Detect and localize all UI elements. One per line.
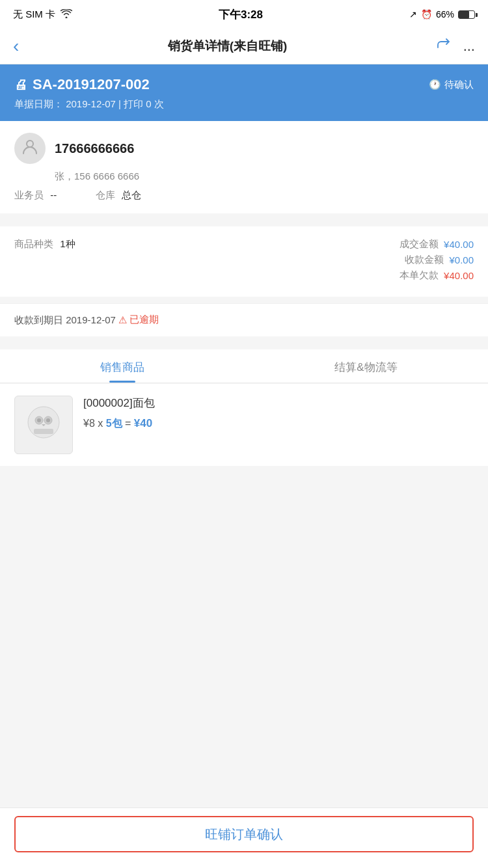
tab-sales-products[interactable]: 销售商品 <box>0 349 244 383</box>
order-status: 🕐 待确认 <box>429 79 474 91</box>
owed-amount-value: ¥40.00 <box>444 270 474 281</box>
salesperson-field: 业务员 -- <box>14 189 57 202</box>
nav-actions: ... <box>436 38 475 55</box>
product-type-label: 商品种类 <box>14 238 53 249</box>
owed-amount-row: 本单欠款 ¥40.00 <box>400 269 474 282</box>
tabs-row: 销售商品 结算&物流等 <box>0 349 488 383</box>
svg-rect-6 <box>34 429 53 434</box>
product-type-value: 1种 <box>60 238 75 249</box>
salesperson-label: 业务员 <box>14 189 44 200</box>
warehouse-label: 仓库 <box>96 189 115 200</box>
alarm-icon: ⏰ <box>421 9 432 20</box>
status-right: ↗ ⏰ 66% <box>409 9 475 20</box>
warehouse-field: 仓库 总仓 <box>96 189 141 202</box>
divider-2 <box>0 336 488 343</box>
due-date-value: 2019-12-07 <box>66 314 116 325</box>
order-icon: 🖨 <box>14 77 27 92</box>
summary-section: 商品种类 1种 成交金额 ¥40.00 收款金额 ¥0.00 本单欠款 ¥40.… <box>0 226 488 297</box>
order-id-row: 🖨 SA-20191207-002 🕐 待确认 <box>14 76 474 93</box>
collected-label: 收款金额 <box>405 254 444 266</box>
order-header: 🖨 SA-20191207-002 🕐 待确认 单据日期： 2019-12-07… <box>0 64 488 121</box>
warning-icon: ⚠ <box>118 314 127 326</box>
deal-amount-row: 成交金额 ¥40.00 <box>400 238 474 251</box>
summary-left: 商品种类 1种 <box>14 238 75 251</box>
summary-right: 成交金额 ¥40.00 收款金额 ¥0.00 本单欠款 ¥40.00 <box>400 238 474 285</box>
product-info: [0000002]面包 ¥8 x 5包 = ¥40 <box>83 396 474 431</box>
status-bar: 无 SIM 卡 下午3:28 ↗ ⏰ 66% <box>0 0 488 29</box>
tabs-section: 销售商品 结算&物流等 <box>0 349 488 383</box>
back-button[interactable]: ‹ <box>13 36 19 57</box>
order-date: 单据日期： 2019-12-07 | 打印 0 次 <box>14 98 474 111</box>
divider-1 <box>0 220 488 226</box>
confirm-order-button[interactable]: 旺铺订单确认 <box>14 816 474 852</box>
tab-settlement[interactable]: 结算&物流等 <box>244 349 488 383</box>
customer-row: 17666666666 <box>14 133 474 164</box>
overdue-badge: ⚠ 已逾期 <box>118 314 159 326</box>
wifi-icon <box>61 9 72 20</box>
no-sim-text: 无 SIM 卡 <box>13 8 55 21</box>
nav-bar: ‹ 销货单详情(来自旺铺) ... <box>0 29 488 64</box>
due-date-label: 收款到期日 <box>14 314 63 325</box>
customer-sub: 张，156 6666 6666 <box>14 170 474 183</box>
product-section: [0000002]面包 ¥8 x 5包 = ¥40 <box>0 384 488 466</box>
location-icon: ↗ <box>409 9 417 20</box>
user-icon <box>21 138 38 159</box>
product-row: [0000002]面包 ¥8 x 5包 = ¥40 <box>14 396 474 454</box>
customer-section: 17666666666 张，156 6666 6666 业务员 -- 仓库 总仓 <box>0 121 488 213</box>
svg-point-4 <box>37 418 41 422</box>
salesperson-value: -- <box>50 189 57 200</box>
battery-icon <box>458 10 475 19</box>
share-icon[interactable] <box>436 38 450 55</box>
customer-phone: 17666666666 <box>55 141 134 156</box>
product-thumb-icon <box>26 405 61 445</box>
more-icon[interactable]: ... <box>463 38 475 55</box>
svg-point-0 <box>27 141 33 147</box>
status-time: 下午3:28 <box>219 7 263 22</box>
order-id: 🖨 SA-20191207-002 <box>14 76 150 93</box>
page-title: 销货单详情(来自旺铺) <box>168 38 288 55</box>
svg-point-5 <box>46 418 50 422</box>
product-thumbnail <box>14 396 73 454</box>
clock-icon: 🕐 <box>429 79 441 90</box>
info-row: 业务员 -- 仓库 总仓 <box>14 189 474 202</box>
deal-amount-value: ¥40.00 <box>444 239 474 250</box>
product-name: [0000002]面包 <box>83 396 474 411</box>
deal-amount-label: 成交金额 <box>400 238 439 251</box>
avatar <box>14 133 46 164</box>
overdue-text: 已逾期 <box>129 314 159 326</box>
due-section: 收款到期日 2019-12-07 ⚠ 已逾期 <box>0 303 488 336</box>
battery-percent: 66% <box>436 9 454 20</box>
collected-amount-row: 收款金额 ¥0.00 <box>400 254 474 266</box>
collected-amount-value: ¥0.00 <box>449 254 474 265</box>
product-price: ¥8 x 5包 = ¥40 <box>83 417 474 431</box>
empty-area <box>0 466 488 635</box>
bottom-bar: 旺铺订单确认 <box>0 807 488 868</box>
warehouse-value: 总仓 <box>122 189 141 200</box>
status-left: 无 SIM 卡 <box>13 8 72 21</box>
owed-label: 本单欠款 <box>400 269 439 282</box>
